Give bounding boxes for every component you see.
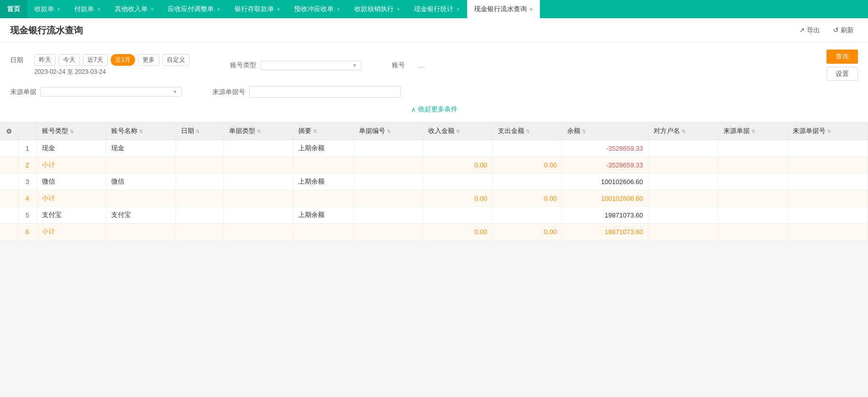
close-icon[interactable]: × xyxy=(337,6,340,12)
sort-icon-balance[interactable]: ⇅ xyxy=(582,128,586,134)
th-account_name[interactable]: 账号名称⇅ xyxy=(106,122,176,140)
date-option-2[interactable]: 近7天 xyxy=(83,54,108,66)
row-account-name xyxy=(106,157,176,173)
nav-tab-5[interactable]: 预收冲应收单× xyxy=(287,0,347,18)
row-source-doc-no xyxy=(788,207,868,224)
row-summary xyxy=(293,224,354,240)
close-icon[interactable]: × xyxy=(217,6,220,12)
account-type-select[interactable]: ▼ xyxy=(260,61,361,70)
sort-icon-date[interactable]: ⇅ xyxy=(196,128,200,134)
collapse-more-conditions[interactable]: ∧ 收起更多条件 xyxy=(10,103,858,117)
query-button[interactable]: 查询 xyxy=(827,50,858,64)
column-settings-icon[interactable]: ⚙ xyxy=(6,127,12,135)
th-doc_no[interactable]: 单据编号⇅ xyxy=(353,122,423,140)
source-doc-select[interactable]: ▼ xyxy=(40,87,182,97)
th-balance[interactable]: 余额⇅ xyxy=(562,122,649,140)
nav-tab-3[interactable]: 应收应付调整单× xyxy=(161,0,227,18)
row-account-type: 支付宝 xyxy=(36,207,106,224)
nav-tab-label: 现金银行流水查询 xyxy=(474,5,527,14)
sort-icon-counter_party[interactable]: ⇅ xyxy=(681,128,686,134)
settings-button[interactable]: 设置 xyxy=(827,67,858,81)
close-icon[interactable]: × xyxy=(97,6,100,12)
nav-tab-4[interactable]: 银行存取款单× xyxy=(227,0,287,18)
row-source-doc-no xyxy=(788,140,868,157)
nav-tab-7[interactable]: 现金银行统计× xyxy=(407,0,467,18)
th-index xyxy=(18,122,36,140)
account-more-icon[interactable]: ... xyxy=(416,61,427,70)
sort-icon-doc_type[interactable]: ⇅ xyxy=(257,128,261,134)
th-label-source_doc: 来源单据 xyxy=(723,127,750,135)
sort-icon-account_name[interactable]: ⇅ xyxy=(139,128,143,134)
row-date xyxy=(175,224,223,240)
refresh-button[interactable]: ↺ 刷新 xyxy=(829,24,858,37)
date-option-1[interactable]: 今天 xyxy=(59,54,80,66)
nav-tab-6[interactable]: 收款核销执行× xyxy=(347,0,407,18)
row-account-type: 微信 xyxy=(36,173,106,190)
th-expense[interactable]: 支出金额⇅ xyxy=(492,122,562,140)
row-settings xyxy=(0,157,18,173)
th-settings: ⚙ xyxy=(0,122,18,140)
table-row: 6小计0.000.0019871073.60 xyxy=(0,224,868,240)
row-doc-no xyxy=(353,173,423,190)
refresh-icon: ↺ xyxy=(833,26,839,34)
sort-icon-doc_no[interactable]: ⇅ xyxy=(387,128,391,134)
close-icon[interactable]: × xyxy=(397,6,400,12)
sort-icon-summary[interactable]: ⇅ xyxy=(313,128,317,134)
th-date[interactable]: 日期⇅ xyxy=(175,122,223,140)
close-icon[interactable]: × xyxy=(277,6,280,12)
row-date xyxy=(175,157,223,173)
source-doc-label: 来源单据 xyxy=(10,87,36,97)
row-date xyxy=(175,173,223,190)
date-option-0[interactable]: 昨天 xyxy=(34,54,56,66)
date-filter-label: 日期 xyxy=(10,56,30,65)
date-option-3[interactable]: 近1月 xyxy=(111,54,135,66)
row-doc-type xyxy=(223,207,293,224)
row-counter-party xyxy=(648,224,718,240)
date-option-5[interactable]: 自定义 xyxy=(162,54,190,66)
row-doc-type xyxy=(223,190,293,207)
data-table: ⚙账号类型⇅账号名称⇅日期⇅单据类型⇅摘要⇅单据编号⇅收入金额⇅支出金额⇅余额⇅… xyxy=(0,122,868,240)
th-doc_type[interactable]: 单据类型⇅ xyxy=(223,122,293,140)
export-label: 导出 xyxy=(807,26,820,35)
row-source-doc-no xyxy=(788,173,868,190)
sort-icon-income[interactable]: ⇅ xyxy=(456,128,460,134)
th-counter_party[interactable]: 对方户名⇅ xyxy=(648,122,718,140)
nav-home[interactable]: 首页 xyxy=(0,0,27,18)
sort-icon-source_doc[interactable]: ⇅ xyxy=(751,128,755,134)
refresh-label: 刷新 xyxy=(841,26,854,35)
th-summary[interactable]: 摘要⇅ xyxy=(293,122,354,140)
nav-tab-label: 其他收入单 xyxy=(115,5,148,14)
row-settings xyxy=(0,224,18,240)
nav-tab-2[interactable]: 其他收入单× xyxy=(108,0,161,18)
close-icon[interactable]: × xyxy=(456,6,460,12)
export-icon: ↗ xyxy=(799,26,805,34)
row-expense: 0.00 xyxy=(492,157,562,173)
sort-icon-expense[interactable]: ⇅ xyxy=(526,128,530,134)
close-icon[interactable]: × xyxy=(151,6,154,12)
nav-home-label: 首页 xyxy=(7,5,20,14)
nav-tab-1[interactable]: 付款单× xyxy=(67,0,107,18)
row-balance: 100102606.60 xyxy=(562,190,649,207)
close-icon[interactable]: × xyxy=(57,6,60,12)
th-label-counter_party: 对方户名 xyxy=(654,127,680,135)
nav-tab-0[interactable]: 收款单× xyxy=(27,0,67,18)
row-balance: 19871073.60 xyxy=(562,207,649,224)
sort-icon-account_type[interactable]: ⇅ xyxy=(70,128,74,134)
row-counter-party xyxy=(648,190,718,207)
nav-tab-8[interactable]: 现金银行流水查询× xyxy=(467,0,540,18)
row-date xyxy=(175,140,223,157)
date-option-4[interactable]: 更多 xyxy=(138,54,159,66)
row-account-type: 小计 xyxy=(36,224,106,240)
th-source_doc_no[interactable]: 来源单据号⇅ xyxy=(788,122,868,140)
export-button[interactable]: ↗ 导出 xyxy=(795,24,824,37)
sort-icon-source_doc_no[interactable]: ⇅ xyxy=(827,128,831,134)
th-income[interactable]: 收入金额⇅ xyxy=(423,122,493,140)
th-source_doc[interactable]: 来源单据⇅ xyxy=(718,122,788,140)
table-row: 4小计0.000.00100102606.60 xyxy=(0,190,868,207)
th-label-expense: 支出金额 xyxy=(498,127,524,135)
row-expense xyxy=(492,207,562,224)
date-options: 昨天今天近7天近1月更多自定义 xyxy=(34,54,190,66)
th-account_type[interactable]: 账号类型⇅ xyxy=(36,122,106,140)
close-icon[interactable]: × xyxy=(530,6,533,12)
source-doc-num-input[interactable] xyxy=(249,86,401,98)
